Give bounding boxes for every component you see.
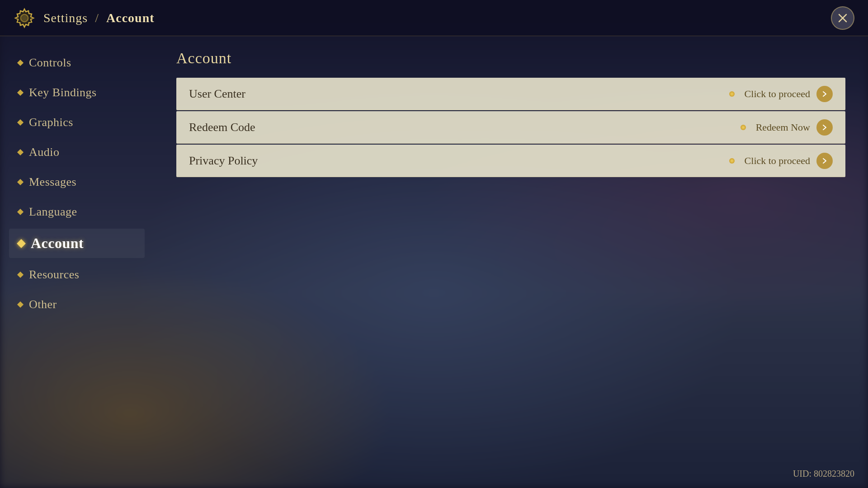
user-center-arrow-icon — [816, 86, 833, 102]
gold-dot-icon — [729, 91, 735, 97]
gold-dot-icon — [729, 158, 735, 164]
uid-display: UID: 802823820 — [793, 469, 854, 479]
sidebar-item-controls[interactable]: Controls — [9, 50, 145, 76]
user-center-right: Click to proceed — [729, 86, 833, 102]
bullet-icon — [17, 209, 24, 215]
account-row-user-center[interactable]: User Center Click to proceed — [176, 78, 845, 110]
arrow-right-icon — [821, 124, 828, 131]
redeem-code-arrow-icon — [816, 119, 833, 136]
sidebar-item-key-bindings-label: Key Bindings — [29, 86, 97, 99]
privacy-policy-action: Click to proceed — [745, 155, 810, 167]
account-row-redeem-code[interactable]: Redeem Code Redeem Now — [176, 111, 845, 144]
main-content: Controls Key Bindings Graphics Audio Mes… — [0, 36, 868, 488]
bullet-icon — [17, 272, 24, 278]
sidebar-item-messages-label: Messages — [29, 175, 76, 189]
breadcrumb: Settings / Account — [43, 11, 155, 25]
sidebar-item-audio[interactable]: Audio — [9, 139, 145, 165]
close-button[interactable] — [831, 6, 854, 30]
sidebar-item-other-label: Other — [29, 298, 57, 311]
sidebar-item-other[interactable]: Other — [9, 291, 145, 318]
svg-point-1 — [22, 15, 27, 21]
breadcrumb-current-page: Account — [106, 11, 155, 25]
bullet-icon — [17, 149, 24, 155]
close-icon — [837, 13, 848, 23]
user-center-label: User Center — [189, 87, 245, 101]
user-center-action: Click to proceed — [745, 88, 810, 100]
sidebar-item-account-label: Account — [31, 235, 84, 252]
privacy-policy-arrow-icon — [816, 153, 833, 169]
breadcrumb-separator: / — [95, 11, 99, 25]
arrow-right-icon — [821, 158, 828, 164]
bullet-icon — [17, 301, 24, 308]
arrow-right-icon — [821, 91, 828, 97]
panel-title: Account — [176, 50, 845, 67]
sidebar-item-controls-label: Controls — [29, 56, 71, 70]
bullet-icon — [17, 119, 24, 126]
account-items: User Center Click to proceed Redeem Code — [176, 78, 845, 177]
redeem-code-right: Redeem Now — [741, 119, 833, 136]
gear-icon — [14, 7, 35, 29]
breadcrumb-settings: Settings — [43, 11, 88, 25]
sidebar-item-account[interactable]: Account — [9, 229, 145, 258]
sidebar-item-language-label: Language — [29, 205, 77, 219]
redeem-code-label: Redeem Code — [189, 121, 255, 134]
active-bullet-icon — [17, 239, 26, 248]
bullet-icon — [17, 179, 24, 185]
sidebar-item-resources[interactable]: Resources — [9, 262, 145, 288]
redeem-code-action: Redeem Now — [756, 122, 810, 133]
gold-dot-icon — [741, 125, 746, 130]
account-row-privacy-policy[interactable]: Privacy Policy Click to proceed — [176, 145, 845, 177]
sidebar-item-resources-label: Resources — [29, 268, 79, 282]
privacy-policy-label: Privacy Policy — [189, 154, 258, 168]
top-bar: Settings / Account — [0, 0, 868, 36]
sidebar: Controls Key Bindings Graphics Audio Mes… — [0, 36, 154, 488]
sidebar-item-audio-label: Audio — [29, 145, 60, 159]
sidebar-item-graphics[interactable]: Graphics — [9, 109, 145, 136]
privacy-policy-right: Click to proceed — [729, 153, 833, 169]
bullet-icon — [17, 89, 24, 96]
sidebar-item-key-bindings[interactable]: Key Bindings — [9, 80, 145, 106]
right-panel: Account User Center Click to proceed Re — [154, 36, 868, 488]
sidebar-item-messages[interactable]: Messages — [9, 169, 145, 195]
sidebar-item-language[interactable]: Language — [9, 199, 145, 225]
bullet-icon — [17, 60, 24, 66]
sidebar-item-graphics-label: Graphics — [29, 116, 73, 129]
